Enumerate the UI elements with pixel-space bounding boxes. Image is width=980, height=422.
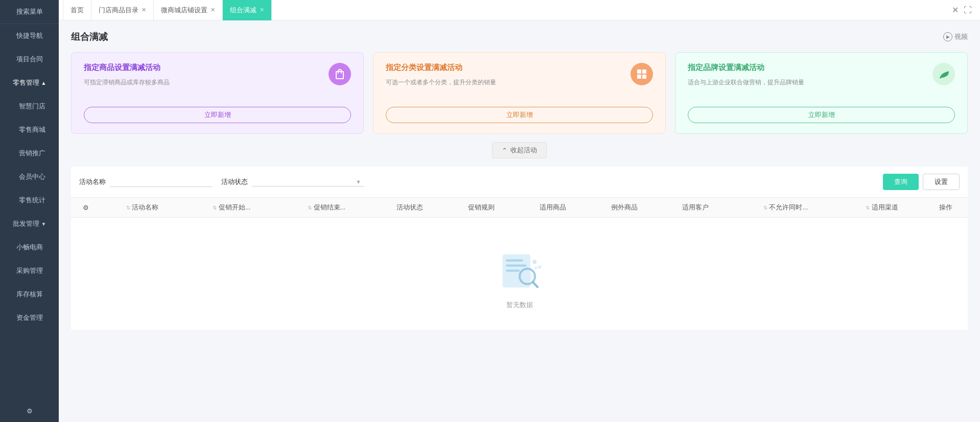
- tab-wechat-store-label: 微商城店铺设置: [161, 6, 207, 15]
- settings-btn[interactable]: 设置: [923, 174, 960, 190]
- th-activity-status: 活动状态: [374, 198, 446, 218]
- empty-state: 暂无数据: [75, 223, 964, 325]
- filter-actions: 查询 设置: [883, 174, 960, 190]
- sidebar-item-label: 零售商城: [19, 125, 45, 134]
- sidebar-item-inventory-calc[interactable]: 库存核算: [0, 283, 59, 306]
- card-product-discount-btn[interactable]: 立即新增: [84, 107, 351, 123]
- sidebar-item-label: 采购管理: [16, 266, 43, 275]
- table-header-row: ⚙ ⇅ 活动名称 ⇅ 促销开始... ⇅: [71, 198, 968, 218]
- activity-status-select[interactable]: ▼: [252, 178, 364, 186]
- card-category-discount-title: 指定分类设置满减活动: [386, 63, 653, 73]
- sort-icon[interactable]: ⇅: [308, 205, 312, 210]
- tab-store-catalog[interactable]: 门店商品目录 ✕: [91, 0, 154, 20]
- sidebar-search[interactable]: 搜索菜单: [0, 0, 59, 24]
- tab-combo-discount[interactable]: 组合满减 ✕: [223, 0, 272, 20]
- sort-icon[interactable]: ⇅: [866, 205, 870, 210]
- card-product-discount-title: 指定商品设置满减活动: [84, 63, 351, 73]
- tab-wechat-store[interactable]: 微商城店铺设置 ✕: [154, 0, 223, 20]
- tab-wechat-store-close[interactable]: ✕: [211, 7, 215, 13]
- svg-point-9: [534, 267, 537, 269]
- th-applicable-products: 适用商品: [517, 198, 589, 218]
- sidebar-item-smart-store[interactable]: 智慧门店: [0, 95, 59, 118]
- card-product-discount-icon: [329, 63, 351, 85]
- sidebar-item-retail-stats[interactable]: 零售统计: [0, 189, 59, 212]
- gear-icon: ⚙: [83, 204, 89, 212]
- empty-state-cell: 暂无数据: [71, 218, 968, 331]
- th-applicable-customers: 适用客户: [660, 198, 731, 218]
- page-header: 组合满减 ▶ 视频: [71, 31, 968, 43]
- th-excluded-products: 例外商品: [589, 198, 660, 218]
- svg-rect-1: [506, 260, 523, 262]
- sidebar-item-label: 小畅电商: [16, 243, 43, 252]
- sidebar-settings-btn[interactable]: ⚙: [0, 400, 59, 422]
- th-settings[interactable]: ⚙: [71, 198, 101, 218]
- tab-store-catalog-label: 门店商品目录: [99, 6, 138, 15]
- sidebar-item-retail-mall[interactable]: 零售商城: [0, 118, 59, 142]
- card-brand-discount-title: 指定品牌设置满减活动: [688, 63, 955, 73]
- collapse-row: ⌃ 收起活动: [71, 142, 968, 158]
- sidebar-item-label: 智慧门店: [19, 102, 45, 111]
- sidebar-item-label: 营销推广: [19, 149, 45, 158]
- tab-combo-discount-close[interactable]: ✕: [260, 7, 264, 13]
- card-category-discount-btn[interactable]: 立即新增: [386, 107, 653, 123]
- th-activity-name: ⇅ 活动名称: [101, 198, 184, 218]
- th-promo-end: ⇅ 促销结束...: [279, 198, 374, 218]
- play-icon: ▶: [943, 32, 952, 41]
- table-body: 暂无数据: [71, 218, 968, 331]
- sidebar-item-wholesale-mgmt[interactable]: 批发管理 ▼: [0, 212, 59, 236]
- sidebar-item-label: 会员中心: [19, 172, 45, 181]
- card-product-discount-desc: 可指定滞销商品或库存较多商品: [84, 78, 351, 87]
- video-link-label: 视频: [954, 32, 968, 41]
- filter-row: 活动名称 活动状态 ▼ 查询 设置: [71, 167, 968, 197]
- sidebar-item-capital-mgmt[interactable]: 资金管理: [0, 306, 59, 330]
- th-operations: 操作: [924, 198, 968, 218]
- content-area: 组合满减 ▶ 视频 指定商品设置满减活动 可指定滞销商品或库存较多商品 立即新增: [59, 20, 980, 422]
- chevron-down-icon: ▼: [41, 221, 46, 227]
- empty-state-text: 暂无数据: [506, 300, 533, 310]
- sidebar-item-marketing[interactable]: 营销推广: [0, 142, 59, 165]
- card-brand-discount-btn[interactable]: 立即新增: [688, 107, 955, 123]
- chevron-up-icon: ▲: [41, 80, 46, 86]
- card-brand-discount-desc: 适合与上游企业联合做营销，提升品牌销量: [688, 78, 955, 87]
- query-btn[interactable]: 查询: [883, 174, 919, 190]
- sidebar-item-purchase-mgmt[interactable]: 采购管理: [0, 259, 59, 283]
- th-promo-start: ⇅ 促销开始...: [184, 198, 279, 218]
- tab-home[interactable]: 首页: [63, 0, 91, 20]
- chevron-up-icon: ⌃: [502, 147, 507, 154]
- sort-icon[interactable]: ⇅: [213, 205, 217, 210]
- table-wrap: ⚙ ⇅ 活动名称 ⇅ 促销开始... ⇅: [71, 197, 968, 331]
- page-title: 组合满减: [71, 31, 108, 43]
- cards-row: 指定商品设置满减活动 可指定滞销商品或库存较多商品 立即新增 指定分类设置满减活…: [71, 52, 968, 134]
- sidebar-item-quick-nav[interactable]: 快捷导航: [0, 24, 59, 48]
- maximize-window-btn[interactable]: ⛶: [964, 6, 972, 14]
- sidebar-item-label: 批发管理: [13, 219, 39, 228]
- sidebar-item-retail-mgmt[interactable]: 零售管理 ▲: [0, 71, 59, 95]
- chevron-down-icon: ▼: [356, 179, 361, 185]
- sort-icon[interactable]: ⇅: [126, 205, 130, 210]
- sidebar-item-label: 库存核算: [16, 290, 43, 299]
- tab-home-label: 首页: [71, 6, 84, 15]
- sidebar-item-label: 项目合同: [16, 55, 43, 64]
- tab-combo-discount-label: 组合满减: [230, 6, 256, 15]
- close-window-btn[interactable]: ✕: [952, 6, 959, 14]
- sidebar-item-member-center[interactable]: 会员中心: [0, 165, 59, 189]
- collapse-activities-btn[interactable]: ⌃ 收起活动: [492, 142, 547, 158]
- svg-rect-2: [506, 265, 526, 267]
- empty-state-icon: [494, 248, 545, 294]
- svg-rect-3: [506, 270, 520, 272]
- th-no-concurrent: ⇅ 不允许同时...: [731, 198, 840, 218]
- sidebar-item-project-contract[interactable]: 项目合同: [0, 48, 59, 71]
- tab-bar: 首页 门店商品目录 ✕ 微商城店铺设置 ✕ 组合满减 ✕ ✕ ⛶: [59, 0, 980, 20]
- th-applicable-channel: ⇅ 适用渠道: [840, 198, 924, 218]
- sort-icon[interactable]: ⇅: [763, 205, 767, 210]
- filter-activity-name-label: 活动名称: [79, 177, 106, 186]
- card-brand-discount: 指定品牌设置满减活动 适合与上游企业联合做营销，提升品牌销量 立即新增: [675, 52, 968, 134]
- th-promo-rule: 促销规则: [446, 198, 517, 218]
- card-category-discount-desc: 可选一个或者多个分类，提升分类的销量: [386, 78, 653, 87]
- card-category-discount: 指定分类设置满减活动 可选一个或者多个分类，提升分类的销量 立即新增: [373, 52, 666, 134]
- activity-name-input[interactable]: [110, 177, 212, 187]
- tab-store-catalog-close[interactable]: ✕: [142, 7, 146, 13]
- card-product-discount: 指定商品设置满减活动 可指定滞销商品或库存较多商品 立即新增: [71, 52, 364, 134]
- sidebar-item-small-ecommerce[interactable]: 小畅电商: [0, 236, 59, 259]
- video-link[interactable]: ▶ 视频: [943, 32, 968, 41]
